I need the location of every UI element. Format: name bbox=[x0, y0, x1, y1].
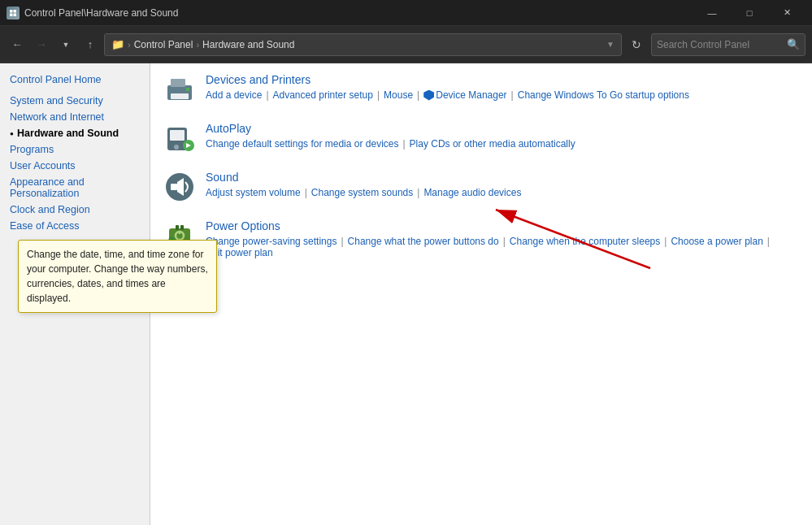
svg-rect-6 bbox=[171, 79, 185, 87]
link-adjust-volume[interactable]: Adjust system volume bbox=[206, 187, 301, 198]
sidebar-item-system-security[interactable]: System and Security bbox=[0, 93, 150, 109]
svg-rect-14 bbox=[171, 184, 177, 190]
window-frame: Control Panel\Hardware and Sound — □ ✕ ←… bbox=[0, 0, 812, 525]
link-play-cds[interactable]: Play CDs or other media automatically bbox=[410, 138, 575, 150]
main-container: Control Panel Home System and Security N… bbox=[0, 63, 812, 525]
link-mouse[interactable]: Mouse bbox=[384, 89, 413, 101]
devices-printers-content: Devices and Printers Add a device | Adva… bbox=[206, 73, 799, 101]
sep6: | bbox=[305, 187, 307, 198]
sidebar-item-clock-region[interactable]: Clock and Region bbox=[0, 202, 150, 218]
device-manager-shield-icon bbox=[423, 90, 434, 101]
svg-point-10 bbox=[174, 145, 179, 150]
svg-rect-7 bbox=[186, 88, 189, 91]
path-current-section[interactable]: Hardware and Sound bbox=[202, 39, 294, 50]
forward-button[interactable]: → bbox=[31, 34, 52, 55]
sep9: | bbox=[503, 236, 506, 247]
sound-links: Adjust system volume | Change system sou… bbox=[206, 187, 799, 198]
link-computer-sleeps[interactable]: Change when the computer sleeps bbox=[510, 236, 660, 247]
search-box: 🔍 bbox=[651, 33, 805, 56]
svg-rect-18 bbox=[180, 225, 184, 230]
sep5: | bbox=[402, 138, 405, 150]
svg-rect-2 bbox=[10, 13, 13, 16]
sep2: | bbox=[377, 89, 380, 101]
title-bar: Control Panel\Hardware and Sound — □ ✕ bbox=[0, 0, 812, 26]
sidebar-item-ease-of-access[interactable]: Ease of Access bbox=[0, 218, 150, 234]
address-path-bar: 📁 › Control Panel › Hardware and Sound ▼ bbox=[104, 33, 622, 56]
link-change-sounds[interactable]: Change system sounds bbox=[311, 187, 413, 198]
refresh-button[interactable]: ↻ bbox=[625, 33, 648, 56]
close-button[interactable]: ✕ bbox=[768, 0, 805, 26]
search-icon[interactable]: 🔍 bbox=[787, 38, 800, 50]
link-manage-audio[interactable]: Manage audio devices bbox=[423, 187, 521, 198]
sidebar-item-network[interactable]: Network and Internet bbox=[0, 109, 150, 125]
link-windows-to-go[interactable]: Change Windows To Go startup options bbox=[518, 89, 689, 101]
link-choose-power-plan[interactable]: Choose a power plan bbox=[671, 236, 762, 247]
path-control-panel[interactable]: Control Panel bbox=[134, 39, 193, 50]
path-dropdown-arrow[interactable]: ▼ bbox=[606, 40, 614, 49]
clock-region-tooltip: Change the date, time, and time zone for… bbox=[18, 240, 217, 313]
sep4: | bbox=[511, 89, 514, 101]
link-change-defaults[interactable]: Change default settings for media or dev… bbox=[206, 138, 398, 150]
sep3: | bbox=[417, 89, 419, 101]
sound-icon bbox=[163, 171, 196, 203]
path-separator-2: › bbox=[196, 40, 199, 50]
title-bar-controls: — □ ✕ bbox=[693, 0, 805, 26]
link-add-device[interactable]: Add a device bbox=[206, 89, 262, 101]
svg-rect-5 bbox=[171, 93, 189, 99]
path-separator-1: › bbox=[128, 40, 131, 50]
svg-rect-1 bbox=[14, 10, 17, 13]
sidebar: Control Panel Home System and Security N… bbox=[0, 63, 150, 525]
svg-rect-17 bbox=[176, 225, 179, 230]
sidebar-item-user-accounts[interactable]: User Accounts bbox=[0, 158, 150, 174]
search-input[interactable] bbox=[657, 39, 784, 50]
folder-icon: 📁 bbox=[111, 38, 124, 50]
sep11: | bbox=[767, 236, 770, 247]
sidebar-item-appearance[interactable]: Appearance and Personalization bbox=[0, 174, 150, 202]
link-power-saving[interactable]: Change power-saving settings bbox=[206, 236, 337, 247]
svg-rect-9 bbox=[170, 130, 185, 141]
devices-printers-title[interactable]: Devices and Printers bbox=[206, 73, 799, 86]
power-links: Change power-saving settings | Change wh… bbox=[206, 236, 799, 258]
sep10: | bbox=[664, 236, 667, 247]
window-title: Control Panel\Hardware and Sound bbox=[24, 7, 693, 19]
devices-printers-links: Add a device | Advanced printer setup | … bbox=[206, 89, 799, 101]
window-icon bbox=[7, 7, 20, 20]
link-device-manager[interactable]: Device Manager bbox=[436, 89, 506, 101]
category-devices-printers: Devices and Printers Add a device | Adva… bbox=[163, 73, 799, 106]
maximize-button[interactable]: □ bbox=[731, 0, 768, 26]
svg-rect-3 bbox=[14, 13, 17, 16]
autoplay-links: Change default settings for media or dev… bbox=[206, 138, 799, 150]
power-title[interactable]: Power Options bbox=[206, 219, 799, 232]
up-button[interactable]: ↑ bbox=[80, 34, 101, 55]
sep7: | bbox=[417, 187, 419, 198]
autoplay-content: AutoPlay Change default settings for med… bbox=[206, 122, 799, 150]
svg-rect-0 bbox=[10, 10, 13, 13]
back-button[interactable]: ← bbox=[7, 34, 28, 55]
address-bar: ← → ▼ ↑ 📁 › Control Panel › Hardware and… bbox=[0, 26, 812, 63]
recent-locations-button[interactable]: ▼ bbox=[55, 34, 76, 55]
sidebar-item-hardware[interactable]: Hardware and Sound bbox=[0, 125, 150, 141]
link-advanced-printer[interactable]: Advanced printer setup bbox=[273, 89, 373, 101]
sep1: | bbox=[266, 89, 268, 101]
sidebar-item-programs[interactable]: Programs bbox=[0, 141, 150, 158]
power-content: Power Options Change power-saving settin… bbox=[206, 219, 799, 258]
sound-content: Sound Adjust system volume | Change syst… bbox=[206, 171, 799, 198]
content-area: Devices and Printers Add a device | Adva… bbox=[150, 63, 812, 525]
category-autoplay: AutoPlay Change default settings for med… bbox=[163, 122, 799, 154]
devices-printers-icon bbox=[163, 73, 196, 106]
sidebar-home[interactable]: Control Panel Home bbox=[0, 72, 150, 88]
sep8: | bbox=[341, 236, 343, 247]
link-power-buttons[interactable]: Change what the power buttons do bbox=[348, 236, 499, 247]
autoplay-title[interactable]: AutoPlay bbox=[206, 122, 799, 135]
category-sound: Sound Adjust system volume | Change syst… bbox=[163, 171, 799, 203]
category-power: Power Options Change power-saving settin… bbox=[163, 219, 799, 258]
minimize-button[interactable]: — bbox=[693, 0, 731, 26]
sound-title[interactable]: Sound bbox=[206, 171, 799, 184]
autoplay-icon bbox=[163, 122, 196, 154]
